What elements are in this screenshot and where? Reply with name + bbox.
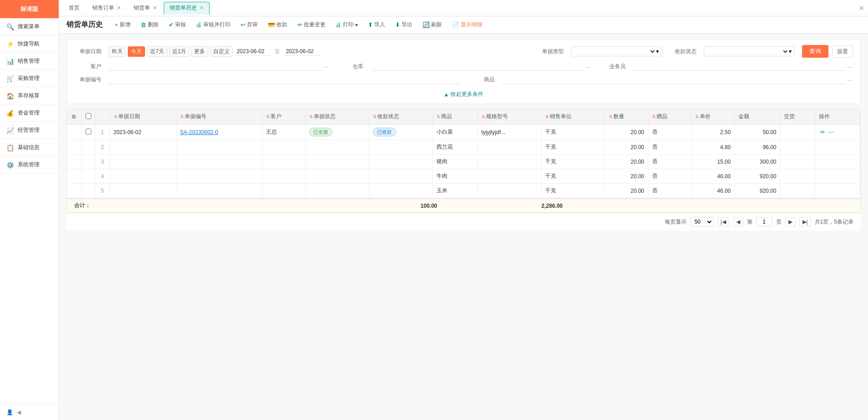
tab-sales-order-close[interactable]: ✕ [117,5,121,11]
date-btn-1month[interactable]: 近1月 [169,46,190,57]
delete-button[interactable]: 🗑 删除 [137,19,162,30]
pay-status-label: 收款状态 [669,48,697,55]
collapse-button[interactable]: ▲ 收起更多条件 [444,90,484,98]
row-doc-no[interactable] [176,184,262,198]
data-table: ⚙ ⇅单据日期 ⇅单据编号 ⇅客户 ⇅单据状态 ⇅收款状态 ⇅商品 ⇅规格型号 … [67,109,860,198]
refresh-button[interactable]: 🔄 刷新 [419,19,446,30]
col-doc-no[interactable]: ⇅单据编号 [176,109,262,125]
sidebar-item-purchase-mgmt[interactable]: 🛒 采购管理 [0,70,59,87]
col-gear[interactable]: ⚙ [67,109,81,125]
pay-status-select-wrapper[interactable]: ▾ [704,46,795,56]
pay-status-select[interactable] [707,48,789,55]
page-number-input[interactable] [756,217,773,226]
sidebar-item-fund-mgmt[interactable]: 💰 资金管理 [0,105,59,122]
tab-sales-order[interactable]: 销售订单 ✕ [86,2,127,15]
row-doc-no[interactable] [176,169,262,184]
col-row-no [95,109,110,125]
date-btn-yesterday[interactable]: 昨天 [109,46,126,57]
customer-input[interactable] [109,62,322,71]
edit-action[interactable]: ✏ [819,129,827,135]
date-btn-more[interactable]: 更多 [191,46,208,57]
sidebar-item-search-menu[interactable]: 🔍 搜索菜单 [0,18,59,35]
row-checkbox[interactable] [81,155,95,169]
col-price[interactable]: ⇅单价 [691,109,734,125]
doc-type-select-wrapper[interactable]: ▾ [571,46,662,56]
tab-close-all[interactable]: ✕ [859,5,864,12]
tab-sales-history[interactable]: 销货单历史 ✕ [164,2,210,15]
date-to-input[interactable] [284,47,320,56]
goods-input[interactable] [502,75,846,84]
print-label: 打印 [343,21,354,29]
first-page-button[interactable]: |◀ [717,217,729,226]
sidebar-item-basic-info[interactable]: 📋 基础信息 [0,139,59,156]
sidebar-collapse-icon[interactable]: ◀ [17,409,21,415]
salesman-dots[interactable]: ··· [848,63,853,70]
select-all-checkbox[interactable] [85,113,91,119]
more-action[interactable]: ⋯ [827,129,835,135]
collect-button[interactable]: 💳 收款 [264,19,291,30]
row-checkbox[interactable] [81,125,95,140]
sidebar-item-label: 系统管理 [18,161,40,169]
doc-type-dropdown-icon: ▾ [656,48,659,55]
col-qty[interactable]: ⇅数量 [605,109,648,125]
col-spec[interactable]: ⇅规格型号 [477,109,541,125]
row-checkbox[interactable] [81,140,95,155]
row-gift: 否 [648,184,691,198]
customer-dots[interactable]: ··· [324,63,329,70]
tab-sales-history-close[interactable]: ✕ [200,5,204,11]
last-page-button[interactable]: ▶| [799,217,811,226]
print-button[interactable]: 🖨 打印 ▾ [332,19,361,30]
show-detail-label: 显示明细 [461,21,482,29]
abandon-button[interactable]: ↩ 弃审 [237,19,261,30]
doc-no-link[interactable]: SA-20230602-0 [180,129,218,135]
prev-page-button[interactable]: ◀ [733,217,743,226]
import-button[interactable]: ⬆ 导入 [364,19,389,30]
audit-button[interactable]: ✔ 审核 [165,19,190,30]
col-doc-status[interactable]: ⇅单据状态 [305,109,369,125]
row-doc-status: 已生效 [305,125,369,140]
tab-sales-goods[interactable]: 销货单 ✕ [128,2,163,15]
next-page-button[interactable]: ▶ [785,217,796,226]
warehouse-input[interactable] [371,62,584,71]
row-amount: 300.00 [735,155,780,169]
print-icon: 🖨 [336,21,341,28]
sidebar-item-sales-mgmt[interactable]: 📊 销售管理 [0,53,59,70]
doc-no-input[interactable] [109,75,460,84]
row-checkbox[interactable] [81,184,95,198]
col-gift[interactable]: ⇅赠品 [648,109,691,125]
goods-dots[interactable]: ··· [848,76,853,84]
col-date[interactable]: ⇅单据日期 [110,109,176,125]
row-checkbox[interactable] [81,169,95,184]
date-btn-today[interactable]: 今天 [128,46,145,57]
col-checkbox[interactable] [81,109,95,125]
warehouse-dots[interactable]: ··· [586,63,591,70]
show-detail-button[interactable]: 📄 显示明细 [448,19,486,30]
audit-print-button[interactable]: 🖨 审核并打印 [192,19,234,30]
export-button[interactable]: ⬇ 导出 [391,19,416,30]
row-doc-no[interactable] [176,155,262,169]
row-spec [477,140,541,155]
sidebar-item-biz-mgmt[interactable]: 📈 经营管理 [0,122,59,139]
query-button[interactable]: 查询 [802,45,828,58]
sidebar-item-quick-nav[interactable]: ⚡ 快捷导航 [0,35,59,53]
settings-button[interactable]: 设置 [832,45,853,58]
date-btn-7days[interactable]: 近7天 [147,46,167,57]
tab-home[interactable]: 首页 [63,2,85,15]
sidebar-item-sys-mgmt[interactable]: ⚙️ 系统管理 [0,156,59,174]
page-size-select[interactable]: 50 20 100 200 [690,217,713,227]
sidebar-item-inventory-calc[interactable]: 🏠 库存核算 [0,87,59,105]
tab-sales-goods-close[interactable]: ✕ [153,5,157,11]
col-unit[interactable]: ⇅销售单位 [541,109,605,125]
col-goods[interactable]: ⇅商品 [432,109,477,125]
date-from-input[interactable] [235,47,271,56]
row-doc-no[interactable]: SA-20230602-0 [176,125,262,140]
row-doc-no[interactable] [176,140,262,155]
row-select-checkbox[interactable] [85,129,91,135]
col-customer[interactable]: ⇅客户 [262,109,305,125]
date-btn-custom[interactable]: 自定义 [210,46,233,57]
col-pay-status[interactable]: ⇅收款状态 [369,109,432,125]
salesman-input[interactable] [633,62,846,71]
doc-type-select[interactable] [574,48,656,55]
new-button[interactable]: + 新增 [111,19,134,30]
batch-change-button[interactable]: ✏ 批量变更 [294,19,329,30]
